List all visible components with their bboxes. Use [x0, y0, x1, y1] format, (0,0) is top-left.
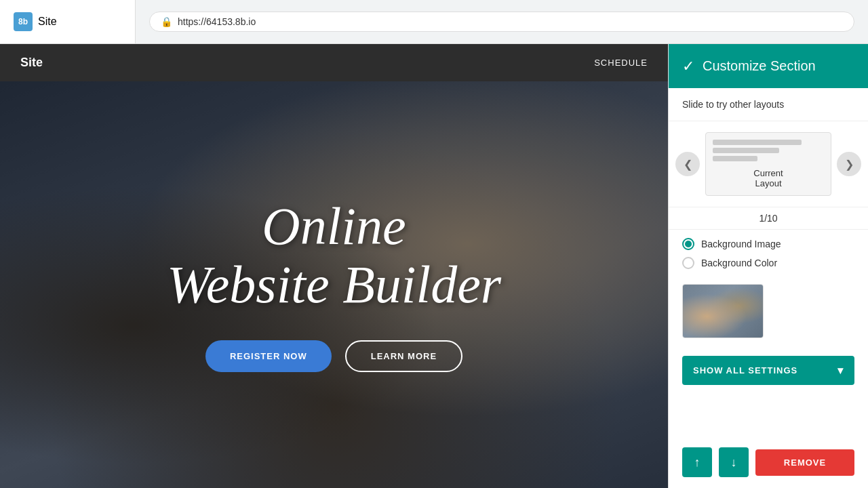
radio-dot	[685, 241, 692, 247]
next-layout-button[interactable]: ❯	[837, 152, 861, 176]
bg-image-radio[interactable]	[682, 238, 694, 250]
bg-color-label: Background Color	[701, 258, 777, 268]
site-logo: Site	[20, 56, 43, 70]
panel-title: Customize Section	[703, 58, 816, 74]
main-container: Site SCHEDULE Online Website Builder REG…	[0, 44, 868, 488]
bg-color-option[interactable]: Background Color	[682, 257, 854, 269]
tab-name: Site	[38, 16, 57, 28]
remove-button[interactable]: REMOVE	[755, 449, 854, 476]
website-preview: Site SCHEDULE Online Website Builder REG…	[0, 44, 668, 488]
down-arrow-icon: ↓	[731, 455, 737, 470]
url-bar[interactable]: 🔒 https://64153.8b.io	[149, 12, 854, 32]
browser-bar: 8b Site 🔒 https://64153.8b.io	[0, 0, 868, 44]
bg-color-radio[interactable]	[682, 257, 694, 269]
lock-icon: 🔒	[161, 16, 172, 27]
tab-logo: 8b	[14, 12, 33, 31]
check-icon: ✓	[682, 58, 694, 75]
register-button[interactable]: REGISTER NOW	[205, 340, 332, 372]
prev-arrow-icon: ❮	[684, 158, 692, 171]
layout-line-3	[713, 156, 757, 161]
learn-more-button[interactable]: LEARN MORE	[345, 340, 462, 372]
layout-line-2	[713, 148, 779, 153]
layout-line-1	[713, 140, 802, 145]
up-arrow-icon: ↑	[694, 455, 701, 470]
hero-title: Online Website Builder	[167, 197, 501, 314]
bg-options: Background Image Background Color	[669, 230, 868, 284]
nav-schedule[interactable]: SCHEDULE	[594, 58, 648, 68]
browser-tab[interactable]: 8b Site	[0, 0, 136, 43]
hero-buttons: REGISTER NOW LEARN MORE	[167, 340, 501, 372]
site-nav-links: SCHEDULE	[594, 58, 648, 68]
move-up-button[interactable]: ↑	[682, 447, 712, 477]
panel-subtitle: Slide to try other layouts	[669, 88, 868, 121]
bg-image-option[interactable]: Background Image	[682, 238, 854, 250]
layout-preview: CurrentLayout	[705, 132, 831, 196]
hero-section: Online Website Builder REGISTER NOW LEAR…	[0, 81, 668, 488]
show-all-settings-button[interactable]: SHOW ALL SETTINGS ▾	[682, 356, 854, 385]
site-nav: Site SCHEDULE	[0, 44, 668, 81]
move-down-button[interactable]: ↓	[719, 447, 749, 477]
layout-lines	[713, 140, 824, 164]
layout-counter: 1/10	[669, 207, 868, 230]
url-text: https://64153.8b.io	[178, 16, 256, 27]
prev-layout-button[interactable]: ❮	[675, 152, 700, 176]
hero-content: Online Website Builder REGISTER NOW LEAR…	[167, 197, 501, 373]
thumb-preview	[683, 285, 763, 338]
next-arrow-icon: ❯	[845, 158, 854, 171]
panel-header: ✓ Customize Section	[669, 44, 868, 88]
bg-image-label: Background Image	[701, 239, 781, 249]
chevron-down-icon: ▾	[837, 364, 844, 377]
panel-footer: ↑ ↓ REMOVE	[669, 436, 868, 488]
layout-slider: ❮ CurrentLayout ❯	[669, 121, 868, 207]
show-settings-label: SHOW ALL SETTINGS	[693, 365, 797, 375]
customize-panel: ✓ Customize Section Slide to try other l…	[668, 44, 868, 488]
layout-label: CurrentLayout	[753, 168, 783, 188]
bg-thumbnail[interactable]	[682, 284, 764, 338]
